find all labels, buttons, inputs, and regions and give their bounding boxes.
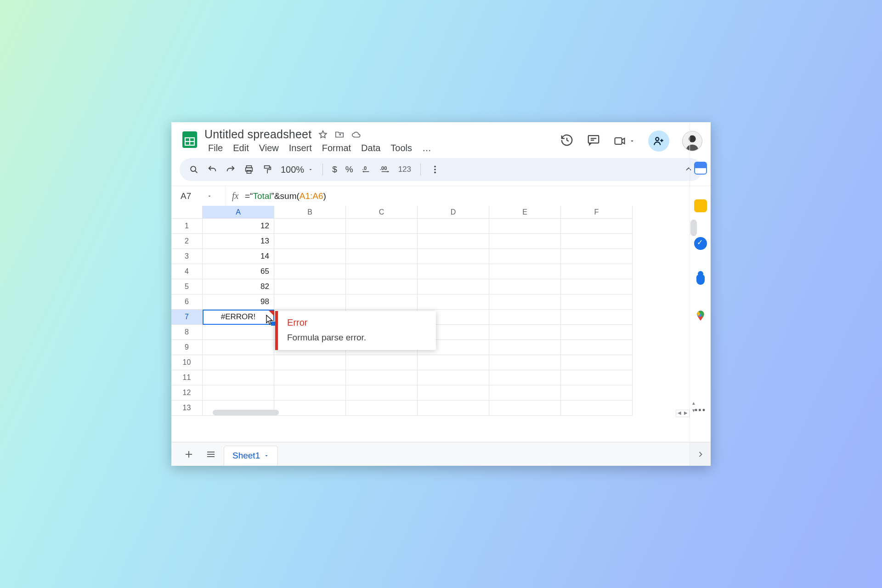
cell[interactable] <box>418 279 489 294</box>
percent-button[interactable]: % <box>345 164 353 175</box>
cell[interactable]: 98 <box>203 294 274 310</box>
cell[interactable] <box>418 249 489 264</box>
row-header[interactable]: 10 <box>171 355 203 370</box>
row-header[interactable]: 3 <box>171 249 203 264</box>
cell[interactable] <box>346 385 418 401</box>
zoom-select[interactable]: 100% <box>281 164 313 175</box>
spreadsheet-grid[interactable]: ABCDEF 1122133144655826987#ERROR!8910111… <box>171 206 711 426</box>
menu-insert[interactable]: Insert <box>285 142 316 154</box>
cell[interactable] <box>418 234 489 249</box>
cell[interactable] <box>418 264 489 279</box>
row-header[interactable]: 13 <box>171 401 203 416</box>
calendar-icon[interactable] <box>694 162 707 175</box>
sheet-tab-active[interactable]: Sheet1 <box>224 446 278 465</box>
name-box[interactable]: A7 <box>171 186 226 206</box>
cell[interactable] <box>346 355 418 370</box>
cell[interactable] <box>346 294 418 310</box>
column-header[interactable]: F <box>561 206 633 219</box>
cell[interactable]: #ERROR! <box>203 310 274 325</box>
cell[interactable] <box>489 401 561 416</box>
row-header[interactable]: 2 <box>171 234 203 249</box>
menu-tools[interactable]: Tools <box>387 142 416 154</box>
share-button[interactable] <box>648 130 669 152</box>
row-header[interactable]: 7 <box>171 310 203 325</box>
move-folder-icon[interactable] <box>334 130 345 140</box>
row-header[interactable]: 6 <box>171 294 203 310</box>
row-header[interactable]: 4 <box>171 264 203 279</box>
meet-button[interactable] <box>613 135 635 147</box>
search-icon[interactable] <box>189 164 199 175</box>
cell[interactable] <box>561 294 633 310</box>
row-header[interactable]: 12 <box>171 385 203 401</box>
cell[interactable] <box>561 401 633 416</box>
column-header[interactable]: C <box>346 206 418 219</box>
cell[interactable]: 82 <box>203 279 274 294</box>
cell[interactable]: 12 <box>203 219 274 234</box>
column-headers[interactable]: ABCDEF <box>203 206 690 219</box>
cell[interactable] <box>274 401 346 416</box>
cell[interactable] <box>489 340 561 355</box>
cell[interactable] <box>418 219 489 234</box>
increase-decimal-icon[interactable]: .00 <box>380 164 390 175</box>
cell[interactable] <box>489 249 561 264</box>
cell[interactable] <box>561 264 633 279</box>
cell[interactable] <box>489 294 561 310</box>
cell[interactable] <box>489 264 561 279</box>
cell[interactable] <box>346 401 418 416</box>
column-header[interactable]: A <box>203 206 274 219</box>
cell[interactable] <box>274 385 346 401</box>
cell[interactable] <box>203 325 274 340</box>
more-toolbar-icon[interactable] <box>430 164 440 175</box>
cell[interactable] <box>274 370 346 385</box>
cell[interactable] <box>274 355 346 370</box>
horizontal-scroll-buttons[interactable]: ◀▶ <box>676 410 690 417</box>
cell[interactable]: 14 <box>203 249 274 264</box>
paint-format-icon[interactable] <box>262 164 272 175</box>
cell[interactable] <box>418 355 489 370</box>
row-header[interactable]: 5 <box>171 279 203 294</box>
cell[interactable] <box>274 234 346 249</box>
cell[interactable] <box>346 264 418 279</box>
menu-edit[interactable]: Edit <box>229 142 252 154</box>
row-header[interactable]: 8 <box>171 325 203 340</box>
cell[interactable] <box>489 310 561 325</box>
column-header[interactable]: E <box>489 206 561 219</box>
star-icon[interactable] <box>318 130 328 140</box>
cell[interactable] <box>203 370 274 385</box>
cell[interactable] <box>418 385 489 401</box>
menu-format[interactable]: Format <box>318 142 355 154</box>
menu-more[interactable]: … <box>418 142 435 154</box>
menu-file[interactable]: File <box>204 142 226 154</box>
comments-button[interactable] <box>587 133 600 149</box>
cell[interactable] <box>561 370 633 385</box>
cell[interactable] <box>274 264 346 279</box>
decrease-decimal-icon[interactable]: .0 <box>362 164 372 175</box>
cell[interactable] <box>489 325 561 340</box>
cell[interactable] <box>418 401 489 416</box>
cell[interactable] <box>489 370 561 385</box>
cell[interactable] <box>561 355 633 370</box>
add-sheet-button[interactable] <box>180 445 198 464</box>
cell[interactable] <box>561 279 633 294</box>
cell[interactable] <box>203 385 274 401</box>
cell[interactable] <box>489 385 561 401</box>
document-title[interactable]: Untitled spreadsheet <box>204 128 311 141</box>
cell[interactable] <box>274 249 346 264</box>
cell[interactable] <box>274 294 346 310</box>
row-header[interactable]: 9 <box>171 340 203 355</box>
column-header[interactable]: D <box>418 206 489 219</box>
all-sheets-button[interactable] <box>202 445 220 464</box>
tasks-icon[interactable] <box>694 237 707 250</box>
maps-icon[interactable] <box>695 310 707 323</box>
cell[interactable] <box>346 370 418 385</box>
horizontal-scrollbar[interactable] <box>213 410 279 415</box>
cell[interactable]: 13 <box>203 234 274 249</box>
redo-icon[interactable] <box>226 164 236 175</box>
menu-data[interactable]: Data <box>357 142 384 154</box>
cell[interactable] <box>561 310 633 325</box>
cell[interactable]: 65 <box>203 264 274 279</box>
print-icon[interactable] <box>244 164 254 175</box>
cell[interactable] <box>561 340 633 355</box>
cell[interactable] <box>418 294 489 310</box>
cell[interactable] <box>346 219 418 234</box>
